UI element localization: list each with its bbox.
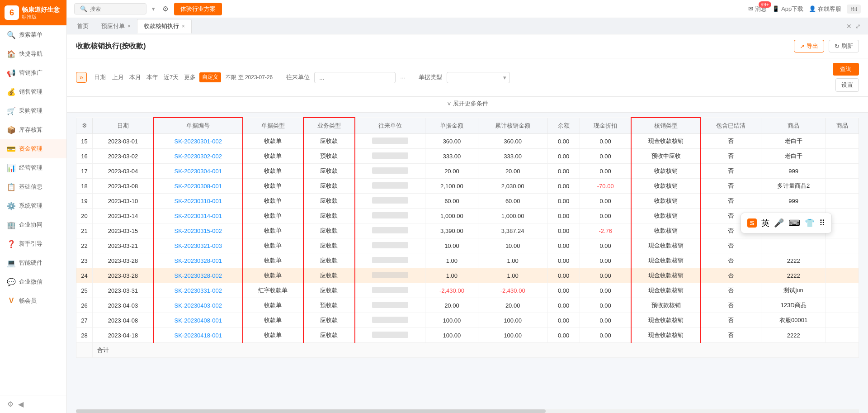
app-download-button[interactable]: 📱 App下载 [772,5,803,13]
row-doc-no[interactable]: SK-20230321-003 [154,238,242,253]
doc-no-link[interactable]: SK-20230302-002 [175,153,222,160]
doc-no-link[interactable]: SK-20230328-001 [175,257,222,264]
row-doc-no[interactable]: SK-20230328-001 [154,253,242,268]
row-included: 否 [701,238,761,253]
mic-icon[interactable]: 🎤 [774,218,784,228]
partner-input[interactable] [314,72,396,83]
collapse-icon[interactable]: ◀ [18,400,24,408]
doc-no-link[interactable]: SK-20230308-001 [175,183,222,190]
row-partner [355,313,425,328]
online-service-button[interactable]: 👤 在线客服 [809,5,841,13]
message-button[interactable]: ✉ 消息 99+ [748,5,767,13]
doc-no-link[interactable]: SK-20230328-002 [175,272,222,279]
solution-button[interactable]: 体验行业方案 [174,3,222,15]
row-doc-no[interactable]: SK-20230331-002 [154,283,242,298]
partner-label: 往来单位 [286,73,310,81]
tab-expand-btn[interactable]: ⤢ [855,23,861,30]
row-discount: -2.76 [580,223,631,238]
tab-writeoff[interactable]: 收款核销执行 × [137,19,192,33]
sidebar-item-basic[interactable]: 📋 基础信息 [0,177,66,196]
row-discount: 0.00 [580,253,631,268]
row-doc-no[interactable]: SK-20230301-002 [154,134,242,149]
col-doc-no: 单据编号 [154,118,242,134]
doc-no-link[interactable]: SK-20230315-002 [175,228,222,234]
sidebar-item-capital[interactable]: 💳 资金管理 [0,139,66,158]
sidebar-item-member[interactable]: V 畅会员 [0,291,66,310]
sidebar-item-marketing[interactable]: 📢 营销推广 [0,63,66,82]
doc-no-link[interactable]: SK-20230403-002 [175,302,222,309]
col-settings[interactable]: ⚙ [76,118,93,134]
tab-writeoff-close[interactable]: × [182,23,185,29]
filter-expand-button[interactable]: » [76,72,87,83]
row-date: 2023-04-08 [93,313,154,328]
search-input[interactable] [90,6,141,12]
query-button[interactable]: 查询 [833,63,859,76]
row-date: 2023-03-10 [93,194,154,209]
english-input-icon[interactable]: 英 [761,218,769,228]
sidebar-item-corp[interactable]: 🏢 企业协同 [0,215,66,234]
row-included: 否 [701,134,761,149]
refresh-button[interactable]: ↻ 刷新 [829,40,859,52]
sidebar-item-wechat[interactable]: 💬 企业微信 [0,272,66,291]
setting-button[interactable]: 设置 [835,78,859,92]
doc-no-link[interactable]: SK-20230408-001 [175,317,222,324]
row-doc-no[interactable]: SK-20230308-001 [154,179,242,194]
row-no: 26 [76,298,93,313]
row-partner [355,209,425,223]
scrollbar-thumb[interactable] [76,409,546,413]
row-doc-no[interactable]: SK-20230314-001 [154,209,242,223]
export-button[interactable]: ↗ 导出 [794,40,824,52]
sidebar-item-guide[interactable]: ❓ 新手引导 [0,234,66,253]
horizontal-scrollbar[interactable] [76,409,859,413]
basic-icon: 📋 [7,183,15,191]
sidebar-item-inventory[interactable]: 📦 库存核算 [0,120,66,139]
shirt-icon[interactable]: 👕 [805,218,815,228]
doc-no-link[interactable]: SK-20230321-003 [175,242,222,249]
doc-type-select[interactable] [447,72,510,83]
date-custom-btn[interactable]: 自定义 [199,72,221,82]
row-goods2 [826,238,859,253]
tab-home[interactable]: 首页 [71,19,95,33]
row-doc-no[interactable]: SK-20230302-002 [154,149,242,164]
dropdown-arrow[interactable]: ▾ [152,5,155,12]
tab-prepay-close[interactable]: × [127,23,131,29]
keyboard-icon[interactable]: ⌨ [788,218,800,228]
tab-close-btn[interactable]: ✕ [846,23,852,30]
settings-icon[interactable]: ⚙ [7,400,14,408]
doc-no-link[interactable]: SK-20230310-001 [175,198,222,204]
row-doc-no[interactable]: SK-20230418-001 [154,328,242,343]
date-this-month[interactable]: 本月 [127,72,143,82]
row-included: 否 [701,179,761,194]
sidebar-item-sales[interactable]: 💰 销售管理 [0,82,66,101]
date-7days[interactable]: 近7天 [162,72,180,82]
row-doc-no[interactable]: SK-20230328-002 [154,268,242,283]
doc-no-link[interactable]: SK-20230331-002 [175,287,222,294]
expand-more-button[interactable]: ∨ 展开更多条件 [447,100,489,108]
doc-no-link[interactable]: SK-20230301-002 [175,138,222,145]
date-more[interactable]: 更多 [182,72,198,82]
row-doc-no[interactable]: SK-20230403-002 [154,298,242,313]
sidebar-item-purchase[interactable]: 🛒 采购管理 [0,101,66,120]
row-doc-no[interactable]: SK-20230408-001 [154,313,242,328]
row-doc-no[interactable]: SK-20230310-001 [154,194,242,209]
topbar-search-box[interactable]: 🔍 [74,3,146,14]
date-prev-month[interactable]: 上月 [110,72,126,82]
row-balance: 0.00 [547,313,580,328]
sidebar-item-search[interactable]: 🔍 搜索菜单 [0,25,66,44]
sidebar-item-system[interactable]: ⚙️ 系统管理 [0,196,66,215]
tab-prepay[interactable]: 预应付单 × [95,19,137,33]
sidebar-item-label: 新手引导 [19,240,42,248]
user-avatar[interactable]: Rit [847,5,861,14]
date-this-year[interactable]: 本年 [145,72,160,82]
more-icon[interactable]: ⠿ [819,218,825,228]
sidebar-item-hardware[interactable]: 💻 智能硬件 [0,253,66,272]
row-doc-no[interactable]: SK-20230315-002 [154,223,242,238]
doc-no-link[interactable]: SK-20230314-001 [175,213,222,219]
gear-icon[interactable]: ⚙ [162,5,169,13]
row-doc-no[interactable]: SK-20230304-001 [154,164,242,179]
sidebar-item-ops[interactable]: 📊 经营管理 [0,158,66,177]
doc-no-link[interactable]: SK-20230304-001 [175,168,222,175]
partner-dots: ··· [400,74,405,81]
sidebar-item-quick[interactable]: 🏠 快捷导航 [0,44,66,63]
doc-no-link[interactable]: SK-20230418-001 [175,332,222,339]
